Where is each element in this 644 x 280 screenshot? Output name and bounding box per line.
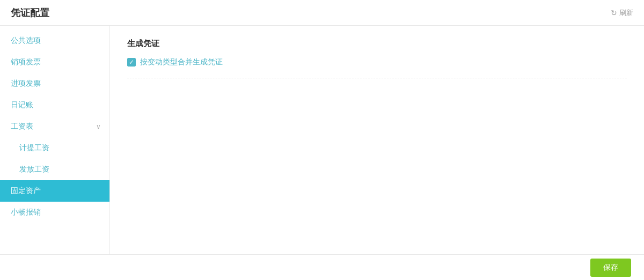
content-area: 生成凭证 按变动类型合并生成凭证: [110, 26, 644, 254]
save-button[interactable]: 保存: [590, 259, 631, 277]
chevron-down-icon: ∨: [96, 123, 101, 130]
section-title: 生成凭证: [127, 39, 627, 49]
section-divider: [127, 78, 627, 78]
page-title: 凭证配置: [11, 6, 49, 19]
sidebar-item-release-payroll[interactable]: 发放工资: [0, 159, 109, 180]
merge-checkbox[interactable]: [127, 58, 136, 67]
sidebar-item-journal[interactable]: 日记账: [0, 94, 109, 116]
sidebar-item-accrual-payroll[interactable]: 计提工资: [0, 137, 109, 159]
refresh-label: 刷新: [619, 8, 633, 18]
sidebar-item-fixed-assets[interactable]: 固定资产: [0, 180, 109, 202]
sidebar-item-sales-invoice[interactable]: 销项发票: [0, 51, 109, 73]
sidebar-item-public-options[interactable]: 公共选项: [0, 30, 109, 51]
page-header: 凭证配置 ↻ 刷新: [0, 0, 644, 26]
sidebar-item-expense-reimbursement[interactable]: 小畅报销: [0, 202, 109, 223]
checkbox-label[interactable]: 按变动类型合并生成凭证: [140, 57, 223, 67]
page-footer: 保存: [0, 254, 644, 280]
sidebar-item-payroll-table[interactable]: 工资表∨: [0, 116, 109, 137]
sidebar: 公共选项销项发票进项发票日记账工资表∨计提工资发放工资固定资产小畅报销: [0, 26, 110, 254]
checkbox-row[interactable]: 按变动类型合并生成凭证: [127, 57, 627, 67]
sidebar-item-purchase-invoice[interactable]: 进项发票: [0, 73, 109, 94]
refresh-button[interactable]: ↻ 刷新: [611, 8, 633, 18]
main-layout: 公共选项销项发票进项发票日记账工资表∨计提工资发放工资固定资产小畅报销 生成凭证…: [0, 26, 644, 254]
refresh-icon: ↻: [611, 9, 617, 17]
